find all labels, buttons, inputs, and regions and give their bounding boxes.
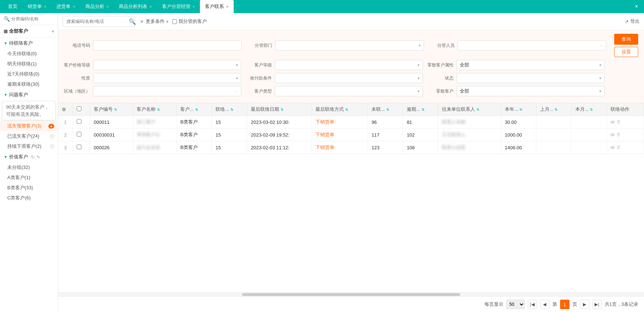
filter-search-input[interactable] <box>63 16 135 27</box>
tab-purchase-order-close[interactable]: × <box>73 4 75 9</box>
sidebar-item-overdue-pending[interactable]: 逾期未联络(30) <box>0 79 58 89</box>
filter-select-region[interactable]: ··· <box>93 86 241 96</box>
tab-product-analysis-list[interactable]: 商品分析列表 × <box>114 0 157 13</box>
th-last-contact-date[interactable]: 最后联络日期 ⇅ <box>247 103 312 116</box>
th-settings[interactable]: ⚙ <box>58 103 73 116</box>
sidebar-group-problem[interactable]: ▼ 问题客户 <box>0 89 58 100</box>
declining-icons: ⓘ <box>50 144 54 149</box>
tab-sales-order-close[interactable]: × <box>44 4 46 9</box>
filter-select-person[interactable]: ··· <box>458 40 606 50</box>
row-last-way-2[interactable]: 下销货单 <box>311 129 367 141</box>
sidebar-item-b-class[interactable]: B类客户(33) <box>0 183 58 193</box>
th-uncontact[interactable]: 未联... ⇅ <box>368 103 403 116</box>
tab-customer-contact[interactable]: 客户联系 × <box>200 0 233 13</box>
row-last-way-1[interactable]: 下销货单 <box>311 116 367 129</box>
dots-region-icon: ··· <box>235 89 238 93</box>
last-way-link-1[interactable]: 下销货单 <box>315 119 334 125</box>
action-more-icon-1[interactable]: ⠿ <box>617 119 620 125</box>
my-customers-checkbox[interactable] <box>172 19 177 24</box>
filter-search-button[interactable]: 🔍 <box>129 18 136 25</box>
th-contacts-person[interactable]: 往来单位联系人 ⇅ <box>438 103 501 116</box>
row-contacts-person-3: 联系人信息 <box>438 141 501 154</box>
th-this-year[interactable]: 本年... ⇅ <box>501 103 536 116</box>
filter-select-payment[interactable]: ▾ <box>275 73 423 83</box>
filter-more-conditions-button[interactable]: ▼ 更多条件 ▾ <box>140 18 169 25</box>
th-overdue[interactable]: 逾期... ⇅ <box>403 103 438 116</box>
sidebar-item-c-class[interactable]: C类客户(6) <box>0 193 58 203</box>
page-first-button[interactable]: |◀ <box>528 300 537 309</box>
page-next-button[interactable]: ▶ <box>580 300 589 309</box>
export-button[interactable]: ↗ 导出 <box>625 18 640 25</box>
sidebar-group-value[interactable]: ▼ 价值客户 ↻ ✎ <box>0 151 58 162</box>
tab-home[interactable]: 首页 <box>3 0 23 13</box>
th-type[interactable]: 客户... ⇅ <box>177 103 212 116</box>
sidebar-item-7days-pending[interactable]: 近7天待联络(0) <box>0 69 58 79</box>
settings-button[interactable]: 设置 <box>614 47 638 57</box>
row-this-month-2 <box>572 129 607 141</box>
row-1-checkbox[interactable] <box>77 119 81 124</box>
select-all-checkbox[interactable] <box>77 106 81 111</box>
sidebar-all-customers[interactable]: ⊞ 全部客户 « <box>0 25 58 38</box>
filter-select-dept[interactable]: ▾ <box>275 40 424 50</box>
filter-select-customer-level[interactable]: ▾ <box>275 60 423 70</box>
action-message-icon-2[interactable]: ✉ <box>611 132 615 138</box>
page-last-button[interactable]: ▶| <box>592 300 602 309</box>
row-last-way-3[interactable]: 下销货单 <box>311 141 367 154</box>
last-way-link-2[interactable]: 下销货单 <box>315 132 334 137</box>
sidebar-item-churn-warning[interactable]: 流失预警客户(3) ● <box>0 121 58 131</box>
page-prev-button[interactable]: ◀ <box>540 300 550 309</box>
th-code[interactable]: 客户编号 ⇅ <box>90 103 133 116</box>
filter-select-retail-attr[interactable]: 全部 ▾ <box>456 60 605 70</box>
filter-select-retail-customer[interactable]: 全部 ▾ <box>456 86 605 96</box>
row-checkbox-2[interactable] <box>73 129 90 141</box>
tab-sales-order[interactable]: 销货单 × <box>23 0 51 13</box>
th-contact-count[interactable]: 联络... ⇅ <box>212 103 247 116</box>
per-page-select[interactable]: 50 100 200 <box>506 300 525 309</box>
th-last-month[interactable]: 上月... ⇅ <box>536 103 572 116</box>
tab-customer-segment-close[interactable]: × <box>193 4 195 9</box>
th-checkbox[interactable] <box>73 103 90 116</box>
filter-select-nature[interactable]: ▾ <box>93 73 241 83</box>
value-group-config-icon[interactable]: ✎ <box>36 154 40 160</box>
sidebar-item-unclassified[interactable]: 未分组(32) <box>0 162 58 173</box>
sidebar-item-declining[interactable]: 持续下滑客户(2) ⓘ <box>0 141 58 151</box>
row-2-checkbox[interactable] <box>77 132 81 137</box>
value-group-edit-icon[interactable]: ↻ <box>31 154 35 160</box>
sidebar-item-tomorrow-pending[interactable]: 明天待联络(1) <box>0 59 58 69</box>
query-button[interactable]: 查询 <box>614 34 638 45</box>
tab-customer-contact-close[interactable]: × <box>226 4 228 9</box>
action-more-icon-3[interactable]: ⠿ <box>617 145 620 150</box>
row-checkbox-3[interactable] <box>73 141 90 154</box>
sidebar-group-pending[interactable]: ▼ 待联络客户 <box>0 38 58 49</box>
th-this-month[interactable]: 本月... ⇅ <box>572 103 607 116</box>
filter-select-status[interactable]: ▾ <box>456 73 605 83</box>
filter-select-customer-type[interactable]: ▾ <box>275 86 423 96</box>
th-name[interactable]: 客户名称 ⇅ <box>133 103 177 116</box>
filter-label-nature: 性质 <box>64 75 93 81</box>
tab-product-analysis[interactable]: 商品分析 × <box>80 0 114 13</box>
filter-input-phone[interactable] <box>93 40 242 50</box>
action-message-icon-1[interactable]: ✉ <box>611 119 615 125</box>
filter-select-price-level[interactable]: ▾ <box>93 60 241 70</box>
tab-customer-segment[interactable]: 客户分层经营 × <box>157 0 200 13</box>
action-message-icon-3[interactable]: ✉ <box>611 145 615 150</box>
sidebar-item-a-class[interactable]: A类客户(1) <box>0 173 58 183</box>
window-close-icon[interactable]: × <box>632 3 641 10</box>
action-more-icon-2[interactable]: ⠿ <box>617 132 620 138</box>
tab-product-analysis-list-close[interactable]: × <box>149 4 152 9</box>
sidebar-collapse-icon[interactable]: « <box>52 29 54 34</box>
scrollbar-thumb[interactable] <box>242 293 460 296</box>
sidebar-item-churned[interactable]: 已流失客户(24) ⓘ <box>0 131 58 141</box>
sidebar-item-today-pending[interactable]: 今天待联络(0) <box>0 49 58 59</box>
my-customers-checkbox-label[interactable]: 我分管的客户 <box>172 18 207 25</box>
sidebar-search-input[interactable] <box>11 16 54 21</box>
last-way-link-3[interactable]: 下销货单 <box>315 145 334 150</box>
row-last-date-1: 2023-03-02 10:30: <box>247 116 312 129</box>
filter-row-1: 电话号码 分管部门 ▾ 分管人员 ··· <box>64 34 638 57</box>
row-checkbox-1[interactable] <box>73 116 90 129</box>
horizontal-scrollbar[interactable] <box>58 292 644 296</box>
row-3-checkbox[interactable] <box>77 145 81 149</box>
th-last-contact-way[interactable]: 最后联络方式 ⇅ <box>311 103 367 116</box>
tab-product-analysis-close[interactable]: × <box>106 4 109 9</box>
tab-purchase-order[interactable]: 进货单 × <box>51 0 80 13</box>
